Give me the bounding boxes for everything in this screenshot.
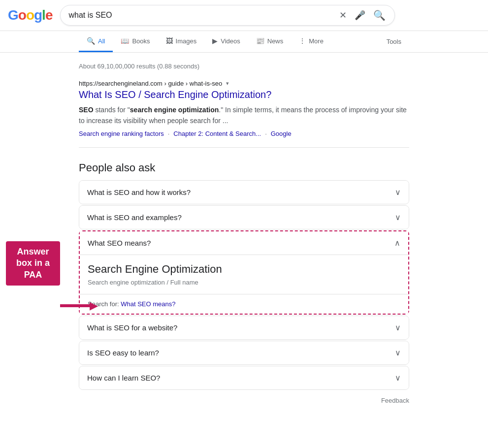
tab-more[interactable]: ⋮ More <box>291 31 331 52</box>
paa-question-2-text: What is SEO and examples? <box>87 213 182 222</box>
paa-question-4-text: What is SEO for a website? <box>87 323 177 332</box>
chevron-up-icon-3: ∧ <box>394 238 400 248</box>
tab-images[interactable]: 🖼 Images <box>158 31 205 52</box>
google-logo: Google <box>8 7 52 23</box>
main-content: About 69,10,00,000 results (0.88 seconds… <box>0 53 488 420</box>
sitelink-3[interactable]: Google <box>271 130 292 137</box>
divider <box>79 147 409 148</box>
logo-o1: o <box>18 7 26 23</box>
answer-heading: Search Engine Optimization <box>88 263 400 276</box>
paa-question-5-text: Is SEO easy to learn? <box>87 349 159 357</box>
link-sep-1: · <box>168 130 170 137</box>
paa-question-1-text: What is SEO and how it works? <box>87 188 191 196</box>
result-url-text: https://searchengineland.com › guide › w… <box>79 80 222 87</box>
tab-books-label: Books <box>132 37 150 45</box>
chevron-down-icon-2: ∨ <box>395 213 401 222</box>
result-url-dropdown-icon[interactable]: ▾ <box>226 80 229 87</box>
arrow-head-icon: ▶ <box>90 299 98 312</box>
paa-question-3[interactable]: What SEO means? ∧ <box>80 231 408 255</box>
chevron-down-icon-4: ∨ <box>395 323 401 332</box>
result-title-link[interactable]: What Is SEO / Search Engine Optimization… <box>79 89 409 100</box>
tab-all[interactable]: 🔍 All <box>79 31 113 52</box>
result-sitelinks: Search engine ranking factors · Chapter … <box>79 130 409 137</box>
paa-answer-3: Search Engine Optimization Search engine… <box>80 255 408 294</box>
all-icon: 🔍 <box>87 37 95 45</box>
tab-videos-label: Videos <box>221 37 240 45</box>
tab-news-label: News <box>267 37 284 45</box>
snippet-bold-seo: SEO <box>79 106 94 114</box>
tab-news[interactable]: 📰 News <box>248 31 292 52</box>
search-for-link[interactable]: What SEO means? <box>121 300 175 308</box>
tab-images-label: Images <box>176 37 197 45</box>
link-sep-2: · <box>265 130 267 137</box>
books-icon: 📖 <box>121 37 129 45</box>
videos-icon: ▶ <box>212 37 218 45</box>
search-input[interactable] <box>68 11 334 20</box>
news-icon: 📰 <box>256 37 264 45</box>
mic-button[interactable]: 🎤 <box>354 9 366 22</box>
paa-question-6[interactable]: How can I learn SEO? ∨ <box>79 366 409 389</box>
paa-item-6: How can I learn SEO? ∨ <box>79 366 409 390</box>
feedback-button[interactable]: Feedback <box>79 391 409 410</box>
result-snippet: SEO stands for "search engine optimizati… <box>79 104 409 126</box>
paa-question-1[interactable]: What is SEO and how it works? ∨ <box>79 181 409 204</box>
tools-button[interactable]: Tools <box>379 32 409 51</box>
search-bar: ✕ 🎤 🔍 <box>60 5 395 26</box>
logo-g1: G <box>8 7 18 23</box>
answer-subtext: Search engine optimization / Full name <box>88 279 400 286</box>
paa-question-3-text: What SEO means? <box>88 239 151 247</box>
chevron-down-icon-5: ∨ <box>395 348 401 357</box>
search-result-1: https://searchengineland.com › guide › w… <box>79 80 409 137</box>
paa-question-2[interactable]: What is SEO and examples? ∨ <box>79 206 409 229</box>
paa-question-5[interactable]: Is SEO easy to learn? ∨ <box>79 341 409 364</box>
snippet-text-1: stands for " <box>94 106 130 114</box>
paa-question-6-text: How can I learn SEO? <box>87 374 160 382</box>
tab-videos[interactable]: ▶ Videos <box>204 31 248 52</box>
paa-item-2: What is SEO and examples? ∨ <box>79 205 409 229</box>
tab-more-label: More <box>309 37 324 45</box>
images-icon: 🖼 <box>166 37 173 45</box>
logo-l: l <box>42 7 45 23</box>
result-url: https://searchengineland.com › guide › w… <box>79 80 409 87</box>
paa-item-3-expanded: What SEO means? ∧ Search Engine Optimiza… <box>79 230 409 315</box>
paa-item-4: What is SEO for a website? ∨ <box>79 316 409 340</box>
tab-all-label: All <box>98 37 105 45</box>
nav-tabs: 🔍 All 📖 Books 🖼 Images ▶ Videos 📰 News ⋮… <box>0 31 488 53</box>
search-button[interactable]: 🔍 <box>372 8 387 22</box>
sitelink-2[interactable]: Chapter 2: Content & Search... <box>173 130 261 137</box>
annotation-box: Answer box in a PAA <box>6 241 60 286</box>
chevron-down-icon-6: ∨ <box>395 373 401 383</box>
paa-section: People also ask What is SEO and how it w… <box>79 161 409 410</box>
clear-button[interactable]: ✕ <box>338 9 348 22</box>
logo-e: e <box>45 7 53 23</box>
more-icon: ⋮ <box>299 37 306 45</box>
annotation-arrow: ▶ <box>60 299 98 312</box>
chevron-down-icon-1: ∨ <box>395 188 401 197</box>
tab-books[interactable]: 📖 Books <box>113 31 158 52</box>
search-for-line: Search for: What SEO means? <box>80 294 408 314</box>
logo-g2: g <box>34 7 42 23</box>
search-icon-group: ✕ 🎤 🔍 <box>338 8 387 22</box>
paa-title: People also ask <box>79 161 409 174</box>
header: Google ✕ 🎤 🔍 <box>0 0 488 31</box>
paa-question-4[interactable]: What is SEO for a website? ∨ <box>79 316 409 339</box>
paa-item-5: Is SEO easy to learn? ∨ <box>79 341 409 365</box>
logo-o2: o <box>26 7 34 23</box>
results-count: About 69,10,00,000 results (0.88 seconds… <box>79 63 409 70</box>
sitelink-1[interactable]: Search engine ranking factors <box>79 130 164 137</box>
paa-item-1: What is SEO and how it works? ∨ <box>79 180 409 204</box>
snippet-bold-phrase: search engine optimization <box>130 106 219 114</box>
